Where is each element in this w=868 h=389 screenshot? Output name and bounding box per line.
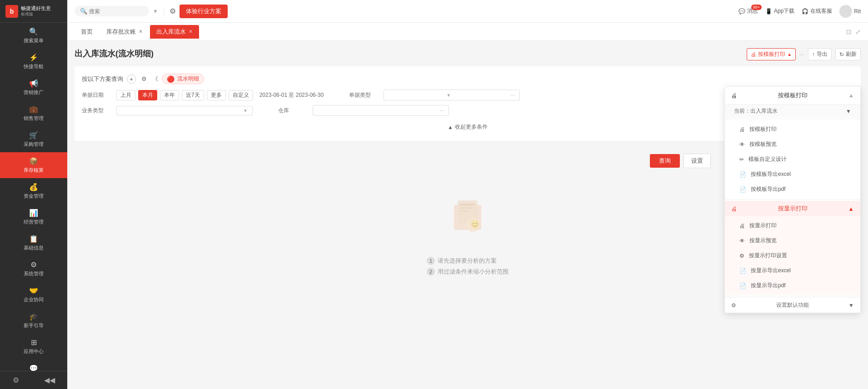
dropdown-display-section: 🖨 按显示打印 👁 按显示预览 ⚙ 按显示打印设置 📄 按显示导出excel 📄	[725, 216, 860, 295]
sidebar-label-sales: 销售管理	[24, 115, 44, 122]
dropdown-template-print[interactable]: 🖨 按模板打印	[725, 122, 860, 137]
filter-collapse-btn[interactable]: 《	[152, 75, 158, 83]
dropdown-display-print-settings[interactable]: ⚙ 按显示打印设置	[725, 248, 860, 263]
sidebar-label-basic: 基础信息	[24, 244, 44, 251]
tab-minimize-icon[interactable]: ⊡	[846, 28, 852, 35]
date-btn-this-month[interactable]: 本月	[138, 90, 157, 100]
filter-tag-flow[interactable]: 🔴 流水明细	[162, 74, 204, 84]
filter-tag-label: 流水明细	[177, 75, 199, 83]
sidebar-item-marketing[interactable]: 📢 营销推广	[0, 75, 67, 100]
dropdown-display-section-header[interactable]: 🖨 按显示打印 ▲	[725, 201, 860, 216]
app-subtitle: 标准版	[21, 11, 51, 17]
export-label: 导出	[817, 50, 828, 58]
dropdown-display-print[interactable]: 🖨 按显示打印	[725, 218, 860, 233]
dropdown-template-preview[interactable]: 👁 按模板预览	[725, 137, 860, 152]
pdf-icon-1: 📄	[739, 186, 746, 193]
tab-flow-label: 出入库流水	[156, 28, 186, 36]
date-btn-last-month[interactable]: 上月	[116, 90, 135, 100]
graduation-icon: 🎓	[29, 312, 38, 321]
hint-2: 2 用过滤条件来缩小分析范围	[427, 268, 509, 276]
tab-flow[interactable]: 出入库流水 ✕	[150, 25, 199, 39]
user-avatar-btn[interactable]: Rit	[839, 5, 861, 18]
sidebar-item-purchase[interactable]: 🛒 采购管理	[0, 126, 67, 152]
app-download-btn[interactable]: 📱 App下载	[765, 7, 794, 15]
date-btn-this-year[interactable]: 本年	[160, 90, 179, 100]
tab-home[interactable]: 首页	[75, 25, 99, 39]
dropdown-display-excel[interactable]: 📄 按显示导出excel	[725, 263, 860, 278]
dropdown-chevron[interactable]: ▼	[153, 8, 158, 15]
message-btn[interactable]: 💬 消息 99+	[738, 7, 758, 15]
dropdown-current-chevron[interactable]: ▼	[846, 108, 851, 115]
action-row: 查询 设置	[67, 154, 711, 168]
sidebar-item-operation[interactable]: 📊 经营管理	[0, 204, 67, 230]
doc-type-more-icon[interactable]: ···	[510, 92, 515, 98]
print-dropdown-panel: 🖨 按模板打印 ▲ 当前：出入库流水 ▼ 🖨 按模板打印 👁 按模板预览	[724, 86, 861, 313]
eye-icon-1: 👁	[739, 141, 745, 148]
warehouse-select[interactable]: ···	[313, 105, 449, 116]
online-service-btn[interactable]: 🎧 在线客服	[802, 7, 832, 15]
industry-btn[interactable]: 体验行业方案	[180, 5, 228, 18]
dropdown-template-excel[interactable]: 📄 按模板导出excel	[725, 167, 860, 182]
tab-flow-close[interactable]: ✕	[189, 29, 193, 35]
logo-area: b 畅捷通好生意 标准版	[0, 0, 67, 23]
refresh-btn[interactable]: ↻ 刷新	[835, 48, 861, 60]
message-icon: 💬	[738, 8, 745, 15]
tab-home-label: 首页	[81, 28, 93, 36]
filter-add-btn[interactable]: +	[127, 75, 136, 84]
topbar-gear-icon[interactable]: ⚙	[170, 7, 176, 15]
sidebar-item-quick-nav[interactable]: ⚡ 快捷导航	[0, 49, 67, 75]
dropdown-current-label: 当前：出入库流水	[734, 107, 778, 115]
warehouse-more-icon[interactable]: ···	[439, 107, 444, 114]
date-btn-more[interactable]: 更多	[207, 90, 226, 100]
topbar-divider	[164, 7, 164, 16]
sidebar-item-inventory[interactable]: 📦 库存核算	[0, 152, 67, 178]
eye-icon-2: 👁	[739, 238, 745, 244]
dropdown-template-pdf-label: 按模板导出pdf	[751, 185, 786, 193]
date-btn-last-7[interactable]: 近7天	[182, 90, 204, 100]
sidebar-item-wechat[interactable]: 💬 企业微信	[0, 359, 67, 371]
sidebar-item-finance[interactable]: 💰 资金管理	[0, 178, 67, 204]
tab-batch-ledger[interactable]: 库存批次账 ✕	[100, 25, 149, 39]
date-btn-custom[interactable]: 自定义	[229, 90, 253, 100]
sidebar-collapse-btn[interactable]: ◀◀	[44, 376, 55, 384]
user-name: Rit	[854, 8, 861, 15]
export-btn[interactable]: ↑ 导出	[808, 48, 832, 60]
sidebar-label-inventory: 库存核算	[24, 167, 44, 174]
search-box[interactable]: 🔍	[75, 6, 149, 16]
sidebar-item-basic[interactable]: 📋 基础信息	[0, 230, 67, 256]
sidebar-item-system[interactable]: ⚙ 系统管理	[0, 256, 67, 282]
search-input[interactable]	[89, 8, 144, 15]
sidebar-settings-btn[interactable]: ⚙	[13, 376, 19, 384]
sidebar-item-newbie[interactable]: 🎓 新手引导	[0, 308, 67, 334]
tab-expand-icon[interactable]: ⤢	[855, 28, 861, 35]
dropdown-template-preview-label: 按模板预览	[749, 140, 777, 148]
doc-type-select[interactable]: ▼ ···	[384, 90, 520, 100]
sidebar-label-finance: 资金管理	[24, 193, 44, 199]
query-btn[interactable]: 查询	[650, 154, 680, 168]
settings-btn[interactable]: 设置	[683, 154, 711, 168]
chart-icon: 📊	[29, 209, 38, 217]
sidebar-item-app-center[interactable]: ⊞ 应用中心	[0, 334, 67, 359]
toolbar-more-icon[interactable]: ···	[799, 51, 804, 58]
dropdown-template-pdf[interactable]: 📄 按模板导出pdf	[725, 182, 860, 197]
filter-setting-btn[interactable]: ⚙	[140, 75, 149, 84]
search-icon: 🔍	[29, 27, 38, 36]
divider-3	[725, 296, 860, 296]
dropdown-template-custom[interactable]: ✏ 模板自定义设计	[725, 152, 860, 167]
business-type-label: 业务类型	[82, 107, 109, 115]
dropdown-close-chevron[interactable]: ▲	[848, 92, 854, 99]
toolbar: 🖨 按模板打印 ▲ ··· ↑ 导出 ↻ 刷新	[747, 48, 861, 60]
tab-batch-ledger-close[interactable]: ✕	[139, 29, 143, 35]
sidebar-item-search[interactable]: 🔍 搜索菜单	[0, 23, 67, 49]
sidebar-item-enterprise[interactable]: 🤝 企业协同	[0, 282, 67, 308]
business-type-select[interactable]: ▼	[116, 106, 253, 115]
dropdown-display-label: 按显示打印	[778, 204, 808, 213]
dropdown-display-pdf[interactable]: 📄 按显示导出pdf	[725, 278, 860, 293]
sidebar-label-system: 系统管理	[24, 270, 44, 277]
print-template-btn[interactable]: 🖨 按模板打印 ▲	[747, 48, 796, 60]
sidebar-label-enterprise: 企业协同	[24, 296, 44, 303]
dropdown-footer[interactable]: ⚙ 设置默认功能 ▼	[725, 297, 860, 313]
svg-rect-3	[460, 207, 473, 209]
sidebar-item-sales[interactable]: 💼 销售管理	[0, 100, 67, 126]
dropdown-display-preview[interactable]: 👁 按显示预览	[725, 233, 860, 248]
